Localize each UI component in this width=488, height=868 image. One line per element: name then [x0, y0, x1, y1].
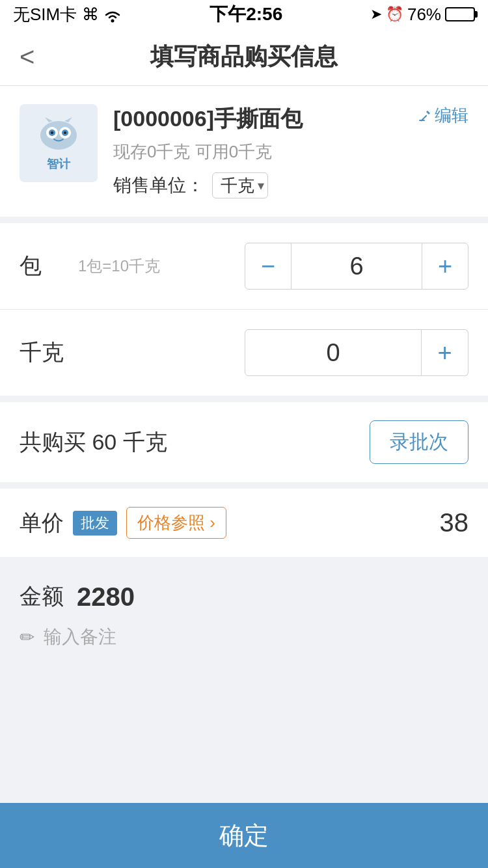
- page-title: 填写商品购买信息: [150, 41, 338, 73]
- alarm-icon: ⏰: [386, 6, 403, 23]
- price-section: 单价 批发 价格参照 › 38: [0, 489, 488, 563]
- product-name: [0000006]手撕面包: [113, 104, 303, 134]
- bao-hint: 1包=10千克: [78, 256, 245, 277]
- price-row: 单价 批发 价格参照 › 38: [20, 507, 468, 539]
- svg-point-6: [51, 131, 53, 134]
- note-row[interactable]: ✏ 输入备注: [20, 625, 468, 649]
- svg-marker-8: [45, 117, 53, 122]
- back-button[interactable]: <: [20, 36, 47, 78]
- edit-button[interactable]: 编辑: [418, 104, 468, 127]
- svg-marker-11: [426, 111, 430, 115]
- price-label: 单价: [20, 508, 64, 538]
- unit-select[interactable]: 千克: [212, 172, 268, 198]
- svg-marker-9: [64, 117, 72, 122]
- svg-point-0: [111, 19, 115, 22]
- product-card: 智计 [0000006]手撕面包 编辑 现存0千克 可用0千克 销售单位： 千克: [0, 86, 488, 223]
- location-icon: ➤: [370, 6, 382, 23]
- bao-plus-button[interactable]: +: [422, 243, 468, 290]
- kg-plus-button[interactable]: +: [422, 329, 468, 376]
- wifi-icon: ⌘: [82, 5, 122, 25]
- unit-label: 销售单位：: [113, 173, 204, 198]
- kg-quantity-row: 千克 +: [0, 310, 488, 396]
- amount-value: 2280: [77, 582, 135, 612]
- status-bar: 无SIM卡 ⌘ 下午2:56 ➤ ⏰ 76%: [0, 0, 488, 29]
- status-left: 无SIM卡 ⌘: [13, 3, 122, 26]
- kg-input[interactable]: [245, 329, 422, 376]
- battery-percent: 76%: [407, 5, 441, 25]
- amount-label: 金额: [20, 582, 64, 612]
- total-row: 共购买 60 千克 录批次: [0, 402, 488, 489]
- status-right: ➤ ⏰ 76%: [370, 5, 475, 25]
- carrier-text: 无SIM卡: [13, 3, 77, 26]
- edit-icon: [418, 109, 432, 123]
- unit-select-wrap[interactable]: 千克: [212, 172, 268, 198]
- price-label-group: 单价 批发 价格参照 ›: [20, 507, 226, 539]
- product-logo-icon: [36, 115, 81, 154]
- svg-point-1: [40, 121, 77, 150]
- nav-bar: < 填写商品购买信息: [0, 29, 488, 86]
- product-info: [0000006]手撕面包 编辑 现存0千克 可用0千克 销售单位： 千克: [113, 104, 468, 198]
- amount-section: 金额 2280 ✏ 输入备注: [0, 563, 488, 694]
- amount-row: 金额 2280: [20, 582, 468, 612]
- product-image: 智计: [20, 104, 98, 182]
- bao-minus-button[interactable]: −: [245, 243, 291, 290]
- status-time: 下午2:56: [210, 2, 282, 27]
- kg-label: 千克: [20, 338, 245, 368]
- product-stock: 现存0千克 可用0千克: [113, 141, 468, 163]
- svg-rect-12: [419, 120, 425, 121]
- pencil-icon: ✏: [20, 627, 34, 648]
- price-value: 38: [440, 508, 469, 537]
- bao-section: 包 1包=10千克 − + 千克 +: [0, 223, 488, 402]
- price-ref-button[interactable]: 价格参照 ›: [126, 507, 226, 539]
- bao-controls: − +: [245, 243, 468, 290]
- svg-point-7: [64, 131, 66, 134]
- bao-label: 包: [20, 251, 72, 281]
- logo-text: 智计: [47, 156, 70, 172]
- kg-controls: +: [245, 329, 468, 376]
- confirm-button[interactable]: 确定: [0, 803, 488, 868]
- bao-input[interactable]: [291, 243, 422, 290]
- total-text: 共购买 60 千克: [20, 427, 167, 457]
- batch-button[interactable]: 录批次: [370, 420, 468, 464]
- bao-quantity-row: 包 1包=10千克 − +: [0, 223, 488, 310]
- battery-icon: [445, 7, 475, 21]
- pifa-badge: 批发: [73, 511, 117, 536]
- note-placeholder[interactable]: 输入备注: [44, 625, 116, 649]
- product-unit-row: 销售单位： 千克: [113, 172, 468, 198]
